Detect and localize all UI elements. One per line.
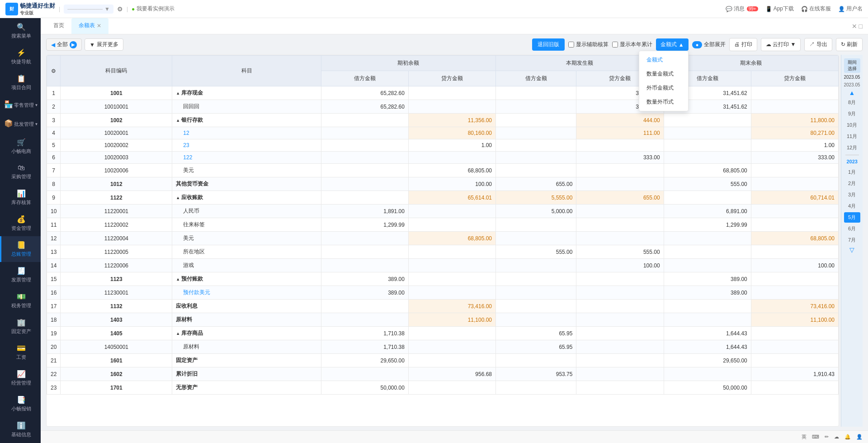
- cell-financial: [496, 232, 576, 245]
- return-old-btn[interactable]: 退回旧版: [532, 38, 565, 51]
- cell-account-name[interactable]: 122: [172, 152, 321, 164]
- edit-btn[interactable]: ✏: [825, 434, 829, 440]
- invoice-icon: 🧾: [17, 267, 26, 275]
- cell-row-num: 10: [47, 205, 61, 218]
- user-avatar[interactable]: 👤 用户名: [838, 5, 863, 13]
- settings-icon[interactable]: ⚙: [117, 5, 123, 13]
- cell-financial: 65,282.60: [321, 86, 408, 100]
- period-12[interactable]: 12月: [844, 143, 860, 153]
- sidebar-item-invoice[interactable]: 🧾 发票管理: [0, 262, 41, 288]
- sidebar-item-contract[interactable]: 📋 项目合同: [0, 70, 41, 95]
- cell-financial: 5,000.00: [496, 205, 576, 218]
- sidebar-item-fixed-assets[interactable]: 🏢 固定资产: [0, 314, 41, 339]
- cell-financial: 1,891.00: [321, 205, 408, 218]
- cell-account-name[interactable]: 其他货币资金: [172, 177, 321, 191]
- sidebar-item-payroll[interactable]: 💳 工资: [0, 339, 41, 365]
- auxiliary-checkbox-input[interactable]: [568, 42, 574, 48]
- year-checkbox-input[interactable]: [612, 42, 618, 48]
- dropdown-item-foreign-amount[interactable]: 外币金额式: [639, 81, 688, 95]
- period-10[interactable]: 10月: [844, 120, 860, 130]
- sidebar-item-wholesale[interactable]: 📦 批发管理 ▼: [0, 114, 41, 133]
- inventory-icon: 📊: [17, 189, 26, 198]
- sidebar-item-ecommerce[interactable]: 🛒 小畅电商: [0, 133, 41, 159]
- cell-account-name[interactable]: 12: [172, 127, 321, 139]
- tab-balance[interactable]: 余额表 ✕: [71, 18, 108, 34]
- period-year-2023[interactable]: 2023: [844, 157, 860, 166]
- refresh-btn[interactable]: ↻ 刷新: [836, 38, 863, 51]
- cell-financial: [664, 300, 751, 313]
- right-panel: 期间选择 2023.05 2023.05 ▲ 8月 9月 10月 11月 12月…: [841, 55, 863, 427]
- period-5[interactable]: 5月: [844, 212, 860, 223]
- period-6[interactable]: 6月: [844, 224, 860, 234]
- period-selector-title[interactable]: 期间选择: [844, 58, 860, 73]
- cell-account-name[interactable]: 预付款美元: [172, 286, 321, 300]
- sidebar-item-purchase[interactable]: 🛍 采购管理: [0, 159, 41, 185]
- toggle-switch[interactable]: ●: [692, 41, 703, 48]
- input-bar[interactable]: ────────── ▼: [64, 5, 113, 14]
- show-year-checkbox[interactable]: 显示本年累计: [612, 41, 652, 48]
- dropdown-item-qty-foreign[interactable]: 数量外币式: [639, 95, 688, 109]
- period-9[interactable]: 9月: [844, 109, 860, 119]
- avatar-icon: 👤: [838, 6, 845, 12]
- all-filter-btn[interactable]: ◀ 全部 ▶: [46, 38, 82, 51]
- sidebar-item-basic[interactable]: ℹ️ 基础信息: [0, 417, 41, 443]
- period-4[interactable]: 4月: [844, 201, 860, 211]
- sidebar-item-sales[interactable]: 📑 小畅报销: [0, 391, 41, 417]
- page-content: ◀ 全部 ▶ ▼ 展开更多 退回旧版 显示辅助核算: [41, 34, 868, 430]
- period-11[interactable]: 11月: [844, 131, 860, 142]
- cloud-print-btn[interactable]: ☁ 云打印 ▼: [761, 38, 801, 51]
- amount-style-btn[interactable]: 金额式 ▲: [656, 38, 689, 51]
- user-profile-btn[interactable]: 👤: [856, 434, 863, 440]
- demo-link[interactable]: ● 我要看实例演示: [132, 5, 175, 13]
- sidebar-item-search[interactable]: 🔍 搜索菜单: [0, 18, 41, 44]
- print-btn[interactable]: 🖨 打印: [729, 38, 757, 51]
- expand-all-toggle[interactable]: ● 全部展开: [692, 41, 726, 48]
- sidebar-item-quicknav[interactable]: ⚡ 快捷导航: [0, 44, 41, 70]
- close-window-btn[interactable]: ✕: [852, 23, 857, 30]
- cell-financial: [576, 272, 664, 286]
- cloud-sync-btn[interactable]: ☁: [834, 434, 839, 440]
- cell-account-code: 11220006: [61, 259, 172, 272]
- maximize-window-btn[interactable]: □: [859, 23, 863, 30]
- sidebar-item-general-ledger[interactable]: 📒 总账管理: [0, 236, 41, 262]
- cell-financial: 29,650.00: [664, 354, 751, 367]
- cell-financial: 1.00: [408, 139, 495, 152]
- period-down-btn[interactable]: ▽: [849, 246, 854, 253]
- period-7[interactable]: 7月: [844, 235, 860, 245]
- export-btn[interactable]: ↗ 导出: [804, 38, 832, 51]
- tab-close-btn[interactable]: ✕: [97, 23, 101, 29]
- th-account-code: 科目编码: [61, 56, 172, 86]
- show-auxiliary-checkbox[interactable]: 显示辅助核算: [568, 41, 609, 48]
- cell-financial: [408, 86, 495, 100]
- period-1[interactable]: 1月: [844, 167, 860, 177]
- cell-account-name: 固定资产: [172, 354, 321, 367]
- period-2[interactable]: 2月: [844, 178, 860, 189]
- cell-account-name[interactable]: 23: [172, 139, 321, 152]
- period-8[interactable]: 8月: [844, 97, 860, 108]
- sidebar-item-inventory[interactable]: 📊 库存核算: [0, 185, 41, 210]
- keyboard-btn[interactable]: ⌨: [812, 434, 819, 440]
- sidebar-item-capital[interactable]: 💰 资金管理: [0, 210, 41, 236]
- cell-account-name: 回回回: [172, 100, 321, 114]
- sidebar-item-retail[interactable]: 🏪 零售管理 ▼: [0, 95, 41, 114]
- sidebar-item-tax[interactable]: 💵 税务管理: [0, 288, 41, 314]
- online-service-btn[interactable]: 🎧 在线客服: [801, 5, 831, 13]
- table-row: 4100200011280,160.00111.0080,271.00: [47, 127, 839, 139]
- sidebar-item-operations[interactable]: 📈 经营管理: [0, 365, 41, 391]
- app-download-btn[interactable]: 📱 App下载: [765, 5, 794, 13]
- tab-home[interactable]: 首页: [46, 18, 71, 34]
- cell-financial: 11,356.00: [408, 114, 495, 127]
- cell-financial: [751, 354, 838, 367]
- th-settings[interactable]: ⚙: [47, 56, 61, 86]
- cell-financial: 80,160.00: [408, 127, 495, 139]
- expand-more-btn[interactable]: ▼ 展开更多: [85, 38, 123, 51]
- period-up-btn[interactable]: ▲: [849, 89, 855, 96]
- table-row: 81012其他货币资金100.00655.00555.00: [47, 177, 839, 191]
- cell-financial: 1.00: [751, 139, 838, 152]
- dropdown-item-amount[interactable]: 金额式: [639, 53, 688, 67]
- message-btn[interactable]: 💬 消息 99+: [726, 5, 758, 13]
- lang-switcher[interactable]: 英: [802, 433, 807, 440]
- notification-btn[interactable]: 🔔: [844, 434, 851, 440]
- dropdown-item-qty-amount[interactable]: 数量金额式: [639, 67, 688, 81]
- period-3[interactable]: 3月: [844, 190, 860, 200]
